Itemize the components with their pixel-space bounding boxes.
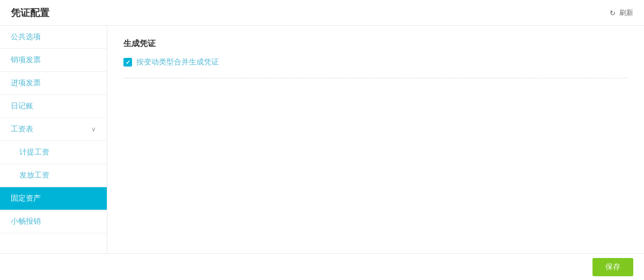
sidebar-item-expense[interactable]: 小畅报销 <box>0 210 107 233</box>
page-title: 凭证配置 <box>11 6 49 19</box>
page-header: 凭证配置 ↻ 刷新 <box>0 0 644 26</box>
sidebar-item-label: 公共选项 <box>11 32 41 42</box>
sidebar-item-label: 工资表 <box>11 124 33 134</box>
checkbox-label[interactable]: 按变动类型合并生成凭证 <box>136 57 219 67</box>
section-divider <box>123 78 628 78</box>
refresh-label: 刷新 <box>619 8 633 18</box>
sidebar-item-purchase_invoice[interactable]: 进项发票 <box>0 72 107 95</box>
sidebar-item-sales_invoice[interactable]: 销项发票 <box>0 49 107 72</box>
save-button[interactable]: 保存 <box>592 258 633 276</box>
sidebar-item-label: 发放工资 <box>19 171 49 180</box>
sidebar-item-label: 计提工资 <box>19 148 49 157</box>
content-area: 生成凭证 按变动类型合并生成凭证 <box>107 26 644 253</box>
sidebar-item-label: 小畅报销 <box>11 217 41 226</box>
sidebar-item-calc_payroll[interactable]: 计提工资 <box>0 141 107 164</box>
sidebar-item-fixed_assets[interactable]: 固定资产 <box>0 187 107 210</box>
sidebar-item-label: 销项发票 <box>11 55 41 65</box>
refresh-icon: ↻ <box>610 9 617 17</box>
section-title: 生成凭证 <box>123 39 628 49</box>
merge-checkbox[interactable] <box>123 58 132 67</box>
sidebar-item-journal[interactable]: 日记账 <box>0 95 107 118</box>
sidebar-item-label: 日记账 <box>11 101 33 111</box>
sidebar: 公共选项销项发票进项发票日记账工资表∨计提工资发放工资固定资产小畅报销 <box>0 26 107 253</box>
checkbox-row: 按变动类型合并生成凭证 <box>123 57 628 67</box>
chevron-down-icon: ∨ <box>91 126 96 133</box>
sidebar-item-pay_payroll[interactable]: 发放工资 <box>0 164 107 187</box>
main-layout: 公共选项销项发票进项发票日记账工资表∨计提工资发放工资固定资产小畅报销 生成凭证… <box>0 26 644 253</box>
sidebar-item-label: 固定资产 <box>11 194 41 203</box>
page-footer: 保存 <box>0 253 644 280</box>
refresh-button[interactable]: ↻ 刷新 <box>610 8 633 18</box>
sidebar-item-public[interactable]: 公共选项 <box>0 26 107 49</box>
sidebar-item-label: 进项发票 <box>11 78 41 88</box>
sidebar-item-payroll[interactable]: 工资表∨ <box>0 118 107 141</box>
